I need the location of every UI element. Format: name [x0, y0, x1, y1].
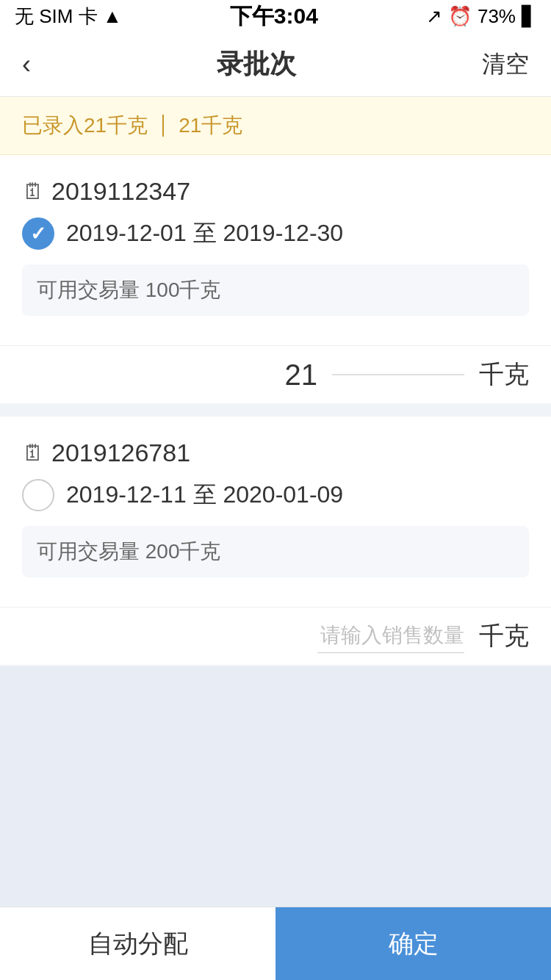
auto-distribute-button[interactable]: 自动分配 — [0, 907, 276, 980]
summary-amount: 21千克 — [179, 112, 242, 140]
bottom-bar: 自动分配 确定 — [0, 907, 551, 980]
qty-divider-1 — [332, 374, 464, 375]
available-qty-1: 可用交易量 100千克 — [22, 264, 529, 316]
status-right: ↗ ⏰ 73% ▋ — [426, 5, 536, 28]
status-left: 无 SIM 卡 ▲ — [15, 4, 122, 29]
radio-2[interactable] — [22, 479, 54, 511]
unit-1: 千克 — [479, 358, 529, 392]
batch-id-row-1: 🗓 2019112347 — [22, 177, 529, 206]
unit-2: 千克 — [479, 619, 529, 653]
card-separator — [0, 405, 551, 417]
batch-id-1: 2019112347 — [51, 177, 190, 206]
status-bar: 无 SIM 卡 ▲ 下午3:04 ↗ ⏰ 73% ▋ — [0, 0, 551, 32]
qty-input-2[interactable] — [317, 619, 464, 653]
clear-button[interactable]: 清空 — [482, 48, 529, 81]
battery-percent: 73% — [478, 5, 516, 28]
summary-divider — [162, 115, 164, 137]
sim-label: 无 SIM 卡 ▲ — [15, 4, 122, 29]
date-range-2: 2019-12-11 至 2020-01-09 — [66, 479, 343, 511]
back-button[interactable]: ‹ — [22, 49, 31, 80]
location-icon: ↗ — [426, 5, 442, 28]
date-row-2[interactable]: 2019-12-11 至 2020-01-09 — [22, 479, 529, 511]
batch-card-1: 🗓 2019112347 2019-12-01 至 2019-12-30 可用交… — [0, 155, 551, 403]
available-qty-2: 可用交易量 200千克 — [22, 526, 529, 577]
recorded-label: 已录入21千克 — [22, 112, 148, 140]
summary-bar: 已录入21千克 21千克 — [0, 97, 551, 155]
batch-id-2: 2019126781 — [51, 439, 190, 467]
alarm-icon: ⏰ — [448, 5, 472, 28]
qty-value-1: 21 — [285, 359, 318, 392]
batch-icon-2: 🗓 — [22, 441, 44, 466]
nav-bar: ‹ 录批次 清空 — [0, 32, 551, 97]
battery-icon: ▋ — [522, 5, 536, 28]
page-title: 录批次 — [217, 46, 296, 82]
radio-1[interactable] — [22, 217, 54, 250]
confirm-button[interactable]: 确定 — [276, 907, 551, 980]
date-row-1[interactable]: 2019-12-01 至 2019-12-30 — [22, 217, 529, 250]
date-range-1: 2019-12-01 至 2019-12-30 — [66, 217, 343, 250]
input-row-2[interactable]: 千克 — [0, 607, 551, 665]
input-row-1: 21 千克 — [0, 345, 551, 403]
status-time: 下午3:04 — [230, 1, 318, 32]
batch-icon-1: 🗓 — [22, 179, 44, 204]
batch-card-2: 🗓 2019126781 2019-12-11 至 2020-01-09 可用交… — [0, 417, 551, 665]
batch-id-row-2: 🗓 2019126781 — [22, 439, 529, 467]
